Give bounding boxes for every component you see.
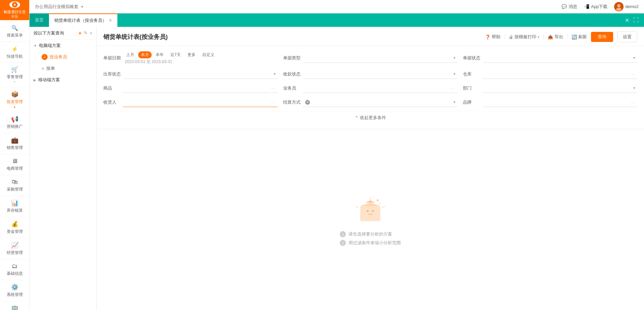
filter-goods: 商品 ··· [103,84,278,93]
receiver-input[interactable]: ··· [123,98,278,107]
help-icon: ❓ [485,35,490,40]
collapse-panel-icon[interactable]: « [90,30,92,36]
left-panel-header: 按以下方案查询 + ✎ « [30,27,96,40]
date-custom[interactable]: 自定义 [200,51,217,58]
out-status-select[interactable]: ▾ [123,69,278,79]
system-icon: ⚙️ [11,283,18,291]
refresh-label: 刷新 [578,34,587,40]
dept-label: 部门 [463,85,480,91]
top-title-dropdown[interactable]: ▾ [81,4,83,9]
separator1 [504,34,505,40]
staff-select[interactable]: ··· [303,84,458,93]
sidebar-item-operation[interactable]: 📈 经营管理 [0,238,29,259]
edit-scheme-icon[interactable]: ✎ [84,30,88,36]
filter-row-1: 单据日期 上月 本月 本年 近7天 更多 自定义 2023-03-01 至 20… [103,51,637,65]
date-this-year[interactable]: 本年 [153,51,166,58]
empty-icon [354,191,387,224]
svg-point-5 [377,199,379,201]
tree-category-desktop[interactable]: ▼ 电脑端方案 [30,40,96,51]
search-menu-item[interactable]: 🔍 搜索菜单 [0,20,29,42]
by-order-icon: ≡ [42,66,44,71]
date-this-month[interactable]: 本月 [138,51,152,58]
date-last7[interactable]: 近7天 [168,51,183,58]
warehouse-select[interactable]: ··· [482,69,637,79]
step1-num: 1 [340,231,346,237]
brand-label: 品牌 [463,99,480,105]
quick-nav-item[interactable]: ⚡ 快捷导航 [0,42,29,62]
refresh-icon: 🔄 [572,35,577,40]
filter-row-2: 出库状态 ▾ 收款状态 ▾ 仓库 [103,69,637,79]
sidebar-item-ecommerce[interactable]: 🖥 电商管理 [0,154,29,175]
sidebar-item-marketing[interactable]: 📢 营销推广 [0,112,29,133]
status-caret-icon: ▾ [633,56,635,60]
warehouse-dots-icon: ··· [630,71,635,77]
tree-item-by-staff[interactable]: ✓ 按业务员 [30,51,96,63]
refresh-btn[interactable]: 🔄 刷新 [572,34,587,40]
close-window-icon[interactable]: ✕ [625,17,629,23]
type-select[interactable]: ▾ [303,53,458,63]
goods-select[interactable]: ··· [123,84,278,93]
sales-label: 销售管理 [7,145,23,151]
sidebar-item-finance[interactable]: 💰 资金管理 [0,217,29,238]
tree-item-by-order[interactable]: ≡ 按单 [30,63,96,74]
basic-label: 基础信息 [7,271,23,276]
category-arrow-down: ▼ [34,44,37,48]
settle-clear-icon[interactable]: ✕ [305,100,310,105]
report-tab-label: 销货单统计表（按业务员） [54,17,107,23]
svg-line-11 [382,206,385,208]
user-area[interactable]: demo2 [614,2,639,11]
filter-date: 单据日期 上月 本月 本年 近7天 更多 自定义 2023-03-01 至 20… [103,51,278,65]
app-logo: 畅捷通好生意 标版 [0,0,30,20]
sidebar-item-inventory[interactable]: 📊 库存核算 [0,196,29,217]
tab-home[interactable]: 首页 [30,13,49,27]
print-dropdown-icon[interactable]: ▾ [538,35,539,39]
dept-select[interactable]: ▾ [482,84,637,93]
collapse-label: 收起更多条件 [360,115,386,121]
tree-category-mobile[interactable]: ▶ 移动端方案 [30,74,96,86]
message-btn[interactable]: 💬 消息 [561,4,577,10]
help-label: 帮助 [492,34,500,40]
out-status-label: 出库状态 [103,71,121,77]
tab-report[interactable]: 销货单统计表（按业务员） ✕ [49,13,117,27]
status-select[interactable]: ▾ [483,53,637,63]
brand-select[interactable]: ··· [482,98,637,107]
settings-btn[interactable]: 设置 [617,32,637,42]
retail-icon: 🛒 [11,66,18,73]
add-scheme-btn[interactable]: + [78,30,82,36]
download-icon: 📲 [584,4,589,9]
export-btn[interactable]: 📤 导出 [548,34,563,40]
warehouse-label: 仓库 [463,71,480,77]
enterprise-icon: 🏢 [11,305,18,310]
payment-status-label: 收款状态 [283,71,301,77]
sidebar-item-basic[interactable]: 🗂 基础信息 [0,259,29,280]
step2-text: 用过滤条件来缩小分析范围 [348,240,401,246]
print-btn[interactable]: 🖨 按模板打印 ▾ [509,34,539,40]
settle-label: 结算方式 [283,99,301,105]
payment-status-select[interactable]: ▾ [303,69,458,79]
collapse-filters-btn[interactable]: ⌃ 收起更多条件 [103,112,637,123]
sidebar-item-retail[interactable]: 🛒 零售管理 ▾ [0,62,29,87]
sidebar-item-wholesale[interactable]: 📦 批发管理 ▴ [0,87,29,112]
date-more[interactable]: 更多 [185,51,198,58]
quick-nav-label: 快捷导航 [7,54,23,59]
step1-text: 请先选择要分析的方案 [348,231,392,237]
date-last-month[interactable]: 上月 [123,51,137,58]
right-panel: 销货单统计表(按业务员) ❓ 帮助 🖨 按模板打印 ▾ 📤 [97,27,644,310]
step2-num: 2 [340,240,346,246]
sidebar-item-sales[interactable]: 💼 销售管理 [0,133,29,154]
settle-select[interactable]: ✕ ▾ [303,98,458,107]
help-btn[interactable]: ❓ 帮助 [485,34,500,40]
close-tab-icon[interactable]: ✕ [109,18,112,23]
sidebar-item-enterprise[interactable]: 🏢 企业协同 [0,301,29,310]
sidebar-item-purchase[interactable]: 🛍 采购管理 [0,175,29,196]
maximize-icon[interactable]: ⛶ [633,17,639,23]
svg-point-6 [373,196,374,198]
payment-status-caret-icon: ▾ [453,72,455,76]
sidebar-item-system[interactable]: ⚙️ 系统管理 [0,280,29,301]
finance-label: 资金管理 [7,229,23,235]
app-download-btn[interactable]: 📲 App下载 [584,4,607,10]
topbar-left: 办公用品行业模拟账套 ▾ [35,4,83,10]
marketing-label: 营销推广 [7,124,23,130]
type-caret-icon: ▾ [453,56,455,60]
query-btn[interactable]: 查询 [591,32,613,42]
